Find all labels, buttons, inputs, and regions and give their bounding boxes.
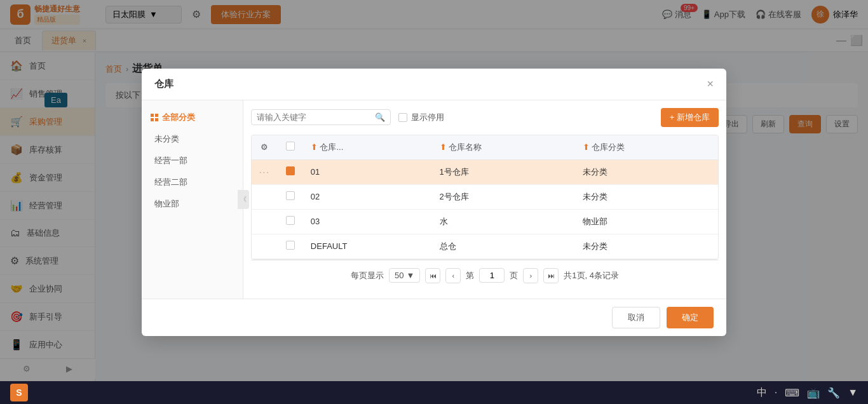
page-unit: 页 — [510, 270, 518, 281]
add-warehouse-button[interactable]: + 新增仓库 — [661, 108, 719, 127]
row-checkbox-cell — [278, 234, 303, 259]
warehouse-toolbar: 🔍 显示停用 + 新增仓库 — [251, 108, 719, 127]
row-checkbox-cell — [278, 184, 303, 209]
modal-body: 全部分类 未分类 经营一部 经营二部 物业部 《 🔍 — [142, 100, 726, 299]
col-header-code: ⬆ 仓库... — [303, 135, 432, 160]
table-row[interactable]: 02 2号仓库 未分类 — [252, 184, 718, 209]
expand-icon[interactable]: ▼ — [848, 387, 858, 398]
modal-footer: 取消 确定 — [142, 299, 726, 336]
per-page-label: 每页显示 — [351, 270, 384, 281]
search-icon: 🔍 — [375, 112, 385, 122]
show-disabled-checkbox[interactable] — [398, 113, 407, 122]
modal-title: 仓库 — [154, 78, 173, 90]
table-row[interactable]: ··· 01 1号仓库 未分类 — [252, 159, 718, 184]
show-disabled-label: 显示停用 — [411, 112, 444, 123]
row-code: 03 — [303, 209, 432, 234]
page-size-value: 50 — [395, 271, 403, 280]
sougou-brand: S — [10, 384, 28, 401]
ime-icon[interactable]: 中 — [757, 386, 767, 400]
modal-header: 仓库 × — [142, 69, 726, 100]
modal-close-button[interactable]: × — [707, 77, 714, 91]
row-category: 未分类 — [575, 184, 718, 209]
last-page-button[interactable]: ⏭ — [543, 268, 559, 283]
row-code: DEFAULT — [303, 234, 432, 259]
category-panel: 全部分类 未分类 经营一部 经营二部 物业部 《 — [142, 100, 243, 299]
row-dots-cell — [252, 209, 278, 234]
bottom-bar: S 中 · ⌨ 📺 🔧 ▼ — [0, 381, 868, 404]
table-body: ··· 01 1号仓库 未分类 02 2号仓库 未分类 — [252, 159, 718, 259]
tool-icon[interactable]: 🔧 — [827, 387, 840, 399]
table-header-row: ⚙ ⬆ 仓库... ⬆ — [252, 135, 718, 160]
dot-icon[interactable]: · — [775, 387, 777, 398]
all-categories-label: 全部分类 — [162, 112, 195, 123]
col-header-name: ⬆ 仓库名称 — [432, 135, 575, 160]
row-checkbox[interactable] — [286, 166, 295, 175]
category-unclassified[interactable]: 未分类 — [142, 128, 243, 150]
cancel-button[interactable]: 取消 — [612, 307, 660, 328]
search-input[interactable] — [257, 112, 371, 122]
table-row[interactable]: DEFAULT 总仓 未分类 — [252, 234, 718, 259]
show-disabled-container: 显示停用 — [398, 112, 444, 123]
current-page-input[interactable] — [479, 268, 505, 283]
row-checkbox[interactable] — [286, 241, 295, 250]
row-checkbox[interactable] — [286, 216, 295, 225]
next-page-button[interactable]: › — [523, 268, 538, 283]
collapse-panel-button[interactable]: 《 — [238, 190, 249, 209]
category-dept2[interactable]: 经营二部 — [142, 172, 243, 193]
page-size-selector[interactable]: 50 ▼ — [389, 268, 420, 283]
warehouse-modal: 仓库 × 全部分类 未分类 经营一部 经营二部 物业部 — [142, 69, 726, 336]
row-code: 01 — [303, 159, 432, 184]
row-name: 总仓 — [432, 234, 575, 259]
search-box: 🔍 — [251, 109, 391, 125]
category-property[interactable]: 物业部 — [142, 193, 243, 215]
warehouse-table: ⚙ ⬆ 仓库... ⬆ — [251, 135, 719, 260]
row-checkbox[interactable] — [286, 191, 295, 200]
keyboard-icon[interactable]: ⌨ — [785, 387, 799, 399]
prev-page-button[interactable]: ‹ — [445, 268, 461, 283]
col-header-gear: ⚙ — [252, 135, 278, 160]
row-category: 未分类 — [575, 234, 718, 259]
row-name: 水 — [432, 209, 575, 234]
row-name: 2号仓库 — [432, 184, 575, 209]
select-all-checkbox[interactable] — [286, 142, 295, 151]
grid-icon — [151, 114, 158, 121]
page-label: 第 — [466, 270, 474, 281]
tv-icon[interactable]: 📺 — [807, 387, 820, 399]
total-info: 共1页, 4条记录 — [564, 270, 619, 281]
table-row[interactable]: 03 水 物业部 — [252, 209, 718, 234]
col-header-check — [278, 135, 303, 160]
row-dots-cell — [252, 234, 278, 259]
table: ⚙ ⬆ 仓库... ⬆ — [252, 135, 718, 259]
pagination: 每页显示 50 ▼ ⏮ ‹ 第 页 › ⏭ 共1页, 4条记录 — [251, 260, 719, 291]
row-code: 02 — [303, 184, 432, 209]
first-page-button[interactable]: ⏮ — [425, 268, 440, 283]
row-checkbox-cell — [278, 159, 303, 184]
row-name: 1号仓库 — [432, 159, 575, 184]
all-categories-item[interactable]: 全部分类 — [142, 107, 243, 128]
toolbar-left: 🔍 显示停用 — [251, 109, 444, 125]
row-action-dots[interactable]: ··· — [259, 167, 270, 177]
sort-icon-code: ⬆ — [311, 142, 318, 152]
sougou-icon: S — [10, 384, 28, 401]
confirm-button[interactable]: 确定 — [667, 307, 714, 328]
row-category: 物业部 — [575, 209, 718, 234]
modal-overlay: 仓库 × 全部分类 未分类 经营一部 经营二部 物业部 — [0, 0, 868, 404]
row-dots-cell — [252, 184, 278, 209]
sort-icon-cat: ⬆ — [583, 142, 590, 152]
sort-icon-name: ⬆ — [440, 142, 447, 152]
category-dept1[interactable]: 经营一部 — [142, 150, 243, 172]
col-header-category: ⬆ 仓库分类 — [575, 135, 718, 160]
row-category: 未分类 — [575, 159, 718, 184]
page-size-dropdown-icon: ▼ — [406, 271, 414, 280]
gear-icon[interactable]: ⚙ — [261, 142, 268, 152]
row-dots-cell: ··· — [252, 159, 278, 184]
row-checkbox-cell — [278, 209, 303, 234]
warehouse-panel: 🔍 显示停用 + 新增仓库 — [243, 100, 726, 299]
